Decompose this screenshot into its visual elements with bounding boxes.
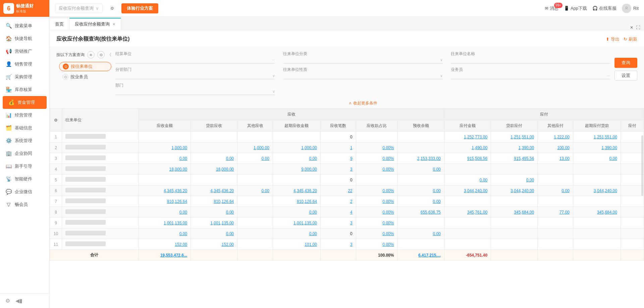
row-ar-other[interactable]: 0.00 — [237, 153, 273, 164]
row-ap-overdue[interactable]: 1,251,551.00 — [573, 132, 621, 142]
dept-input[interactable] — [115, 89, 272, 94]
row-ar-other[interactable]: 1,000.00 — [237, 142, 273, 153]
row-ar-loan[interactable]: 18,000.00 — [191, 164, 237, 175]
row-ar-amount[interactable]: 4,345,436.20 — [139, 185, 191, 196]
sidebar-item-operation[interactable]: 📊 经营管理 — [0, 109, 49, 122]
row-ar-amount[interactable]: 810,126.64 — [139, 196, 191, 207]
unit-nature-input[interactable] — [283, 73, 440, 78]
row-ar-amount[interactable]: 18,000.00 — [139, 164, 191, 175]
sidebar-item-system[interactable]: ⚙️ 系统管理 — [0, 134, 49, 147]
message-button[interactable]: ✉ 消息 99+ — [545, 5, 558, 11]
row-ap-loan[interactable]: 1,251,551.00 — [491, 132, 538, 142]
filter-add-button[interactable]: + — [87, 51, 95, 58]
row-ar-prepay[interactable]: 2,153,333.00 — [397, 153, 444, 164]
filter-option-by-unit[interactable]: ⊙ 按往来单位 — [59, 62, 111, 71]
vertical-scrollbar[interactable] — [641, 135, 643, 196]
unit-category-icon[interactable]: ∨ — [440, 58, 443, 62]
setting-button[interactable]: 设置 — [614, 71, 637, 81]
row-ar-amount[interactable]: 0.00 — [139, 228, 191, 239]
table-settings-icon[interactable]: ⚙ — [54, 118, 58, 123]
refresh-button[interactable]: ↻ 刷新 — [624, 36, 637, 42]
row-ar-loan[interactable]: 4,345,436.20 — [191, 185, 237, 196]
unit-nature-icon[interactable]: ∨ — [440, 74, 443, 78]
footer-ar-prepay[interactable]: 6,417,215.... — [397, 250, 444, 261]
row-ap-amount[interactable]: 1,490.00 — [444, 142, 491, 153]
row-ar-prepay[interactable]: 0.00 — [397, 196, 444, 207]
sidebar-item-hardware[interactable]: 📡 智能硬件 — [0, 173, 49, 185]
unit-category-input[interactable] — [283, 57, 440, 62]
row-ap-overdue[interactable]: 3,044,240.00 — [573, 185, 621, 196]
row-ap-other[interactable]: 0.00 — [538, 185, 573, 196]
sidebar-item-sales[interactable]: 👤 销售管理 — [0, 58, 49, 71]
row-ap-other[interactable]: 1,222.00 — [538, 132, 573, 142]
row-ap-overdue[interactable]: 0.00 — [573, 153, 621, 164]
row-ar-count[interactable]: 1 — [321, 142, 356, 153]
tab-home[interactable]: 首页 — [50, 18, 69, 30]
row-ar-ratio[interactable]: 0.00% — [356, 228, 397, 239]
row-ap-other[interactable]: 13.00 — [538, 153, 573, 164]
filter-collapse-button[interactable]: 《 — [107, 52, 111, 58]
row-ap-amount[interactable]: 345,761.00 — [444, 207, 491, 218]
row-ar-overdue[interactable]: 9,000.00 — [273, 164, 320, 175]
sidebar-item-guide[interactable]: 📖 新手引导 — [0, 160, 49, 173]
row-ar-amount[interactable]: 0.00 — [139, 207, 191, 218]
row-ap-amount[interactable]: 0.00 — [444, 175, 491, 185]
row-ar-count[interactable]: 9 — [321, 153, 356, 164]
row-ar-loan[interactable]: 0.00 — [191, 228, 237, 239]
user-menu[interactable]: R Rit — [622, 4, 639, 13]
dept-main-icon[interactable]: ∨ — [272, 74, 275, 78]
sidebar-item-purchase[interactable]: 🛒 采购管理 — [0, 71, 49, 83]
row-ar-amount[interactable]: 1,000.00 — [139, 142, 191, 153]
maximize-icon[interactable]: ⛶ — [636, 25, 640, 30]
row-ap-loan[interactable]: 915,495.56 — [491, 153, 538, 164]
sidebar-item-member[interactable]: ▽ 畅会员 — [0, 198, 49, 211]
filter-schema-button[interactable]: ⊙ — [97, 51, 105, 58]
row-ap-loan[interactable]: 0.00 — [491, 175, 538, 185]
row-ar-overdue[interactable]: 0.00 — [273, 207, 320, 218]
sidebar-item-basic-info[interactable]: 🗂️ 基础信息 — [0, 122, 49, 134]
sidebar-item-inventory[interactable]: 🏪 库存核算 — [0, 83, 49, 96]
row-ar-overdue[interactable]: 0.00 — [273, 153, 320, 164]
close-window-icon[interactable]: ✕ — [630, 25, 633, 30]
export-button[interactable]: ⬆ 导出 — [606, 36, 620, 42]
row-ar-loan[interactable]: 810,126.64 — [191, 196, 237, 207]
query-button[interactable]: 查询 — [614, 58, 637, 68]
row-ar-ratio[interactable]: 0.00% — [356, 207, 397, 218]
row-ar-ratio[interactable]: 0.00% — [356, 185, 397, 196]
row-ar-count[interactable]: 3 — [321, 164, 356, 175]
sidebar-item-quick-nav[interactable]: 🏠 快捷导航 — [0, 32, 49, 45]
row-ar-loan[interactable]: 1,001,135.00 — [191, 218, 237, 228]
tab-ar-ap[interactable]: 应收应付余额查询 ✕ — [69, 18, 121, 30]
sidebar-settings-icon[interactable]: ⚙ — [5, 298, 10, 304]
row-ar-count[interactable]: 2 — [321, 196, 356, 207]
salesperson-input[interactable] — [451, 73, 607, 78]
row-ar-prepay[interactable]: 655,636.75 — [397, 207, 444, 218]
salesperson-icon[interactable]: ··· — [607, 74, 610, 78]
row-ar-prepay[interactable]: 0.00 — [397, 164, 444, 175]
row-ar-amount[interactable]: 1,001,135.00 — [139, 218, 191, 228]
row-ar-overdue[interactable]: 4,345,436.20 — [273, 185, 320, 196]
row-ar-overdue[interactable]: 810,126.64 — [273, 196, 320, 207]
tab-close-icon[interactable]: ✕ — [112, 22, 115, 27]
footer-ar-amount[interactable]: 19,553,472,6... — [139, 250, 191, 261]
row-ar-ratio[interactable]: 0.00% — [356, 218, 397, 228]
row-ap-overdue[interactable]: 1,390.00 — [573, 142, 621, 153]
row-ar-overdue[interactable]: 1,000.00 — [273, 142, 320, 153]
row-ar-prepay[interactable]: 0.00 — [397, 185, 444, 196]
row-ar-ratio[interactable]: 0.00% — [356, 164, 397, 175]
row-ar-overdue[interactable]: 0.00 — [273, 228, 320, 239]
row-ap-other[interactable]: 77.00 — [538, 207, 573, 218]
row-ar-count[interactable]: 3 — [321, 239, 356, 250]
row-ap-amount[interactable]: 1,252,773.00 — [444, 132, 491, 142]
dept-main-input[interactable] — [115, 73, 272, 78]
row-ar-loan[interactable]: 152.00 — [191, 239, 237, 250]
unit-name-input[interactable] — [451, 57, 610, 62]
row-ar-amount[interactable]: 152.00 — [139, 239, 191, 250]
filter-option-by-staff[interactable]: ⊙ 按业务员 — [59, 73, 111, 81]
row-ar-count[interactable]: 22 — [321, 185, 356, 196]
app-download-button[interactable]: 📱 App下载 — [564, 5, 587, 11]
trial-btn[interactable]: 体验行业方案 — [121, 3, 158, 13]
row-ap-loan[interactable]: 1,390.00 — [491, 142, 538, 153]
dept-icon[interactable]: ∨ — [272, 89, 275, 94]
row-ap-overdue[interactable]: 345,684.00 — [573, 207, 621, 218]
